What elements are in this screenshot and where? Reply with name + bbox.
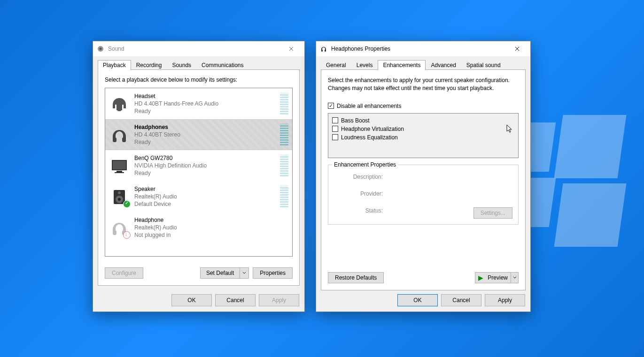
close-button[interactable] xyxy=(282,42,301,56)
ok-button[interactable]: OK xyxy=(171,294,212,306)
svg-rect-4 xyxy=(122,137,126,142)
status-label: Status: xyxy=(334,207,386,219)
sound-titlebar[interactable]: Sound xyxy=(93,41,304,56)
settings-button[interactable]: Settings... xyxy=(473,207,512,219)
apply-button[interactable]: Apply xyxy=(485,294,525,306)
headphones-icon xyxy=(109,217,130,238)
playback-instruction: Select a playback device below to modify… xyxy=(105,76,293,83)
enhancements-panel: Select the enhancements to apply for you… xyxy=(321,70,526,290)
svg-point-12 xyxy=(118,191,121,194)
device-headphones[interactable]: Headphones HD 4.40BT Stereo Ready xyxy=(105,119,292,150)
tab-levels[interactable]: Levels xyxy=(351,60,378,70)
level-meter xyxy=(280,93,288,114)
device-status: Ready xyxy=(134,138,280,146)
device-name: Headset xyxy=(134,92,280,100)
restore-defaults-button[interactable]: Restore Defaults xyxy=(328,272,384,283)
svg-rect-13 xyxy=(113,230,116,235)
speaker-box-icon xyxy=(109,186,130,207)
device-sub: Realtek(R) Audio xyxy=(134,224,288,231)
sound-tabs: Playback Recording Sounds Communications xyxy=(93,56,304,70)
unplugged-badge-icon xyxy=(123,231,131,239)
svg-rect-6 xyxy=(113,161,126,169)
bass-boost-checkbox[interactable]: Bass Boost xyxy=(332,116,514,125)
headset-icon xyxy=(109,93,130,114)
tab-advanced[interactable]: Advanced xyxy=(426,60,461,70)
device-status: Not plugged in xyxy=(134,231,288,239)
svg-rect-7 xyxy=(116,171,122,172)
svg-rect-8 xyxy=(115,172,124,173)
level-meter xyxy=(280,124,288,145)
enhancements-list[interactable]: Bass Boost Headphone Virtualization Loud… xyxy=(328,113,519,158)
device-list[interactable]: Headset HD 4.40BT Hands-Free AG Audio Re… xyxy=(105,88,293,257)
chevron-down-icon[interactable] xyxy=(511,273,518,283)
cancel-button[interactable]: Cancel xyxy=(441,294,481,306)
tab-general[interactable]: General xyxy=(321,60,351,70)
device-status: Ready xyxy=(134,107,280,115)
properties-button[interactable]: Properties xyxy=(253,267,293,279)
ok-button[interactable]: OK xyxy=(397,294,438,306)
svg-rect-3 xyxy=(113,137,116,142)
description-label: Description: xyxy=(334,174,386,180)
sound-dialog: Sound Playback Recording Sounds Communic… xyxy=(93,41,305,312)
close-button[interactable] xyxy=(508,42,527,56)
device-speaker[interactable]: Speaker Realtek(R) Audio Default Device xyxy=(105,181,292,212)
tab-communications[interactable]: Communications xyxy=(196,60,248,70)
svg-rect-15 xyxy=(321,50,323,52)
device-status: Ready xyxy=(134,169,280,177)
headphones-icon xyxy=(320,45,327,53)
device-status: Default Device xyxy=(134,200,280,208)
headphone-virtualization-checkbox[interactable]: Headphone Virtualization xyxy=(332,125,514,133)
level-meter xyxy=(280,155,288,176)
tab-playback[interactable]: Playback xyxy=(98,60,131,70)
svg-point-11 xyxy=(118,198,121,201)
cancel-button[interactable]: Cancel xyxy=(215,294,256,306)
tab-spatial-sound[interactable]: Spatial sound xyxy=(461,60,506,70)
chevron-down-icon[interactable] xyxy=(240,268,248,278)
svg-point-1 xyxy=(100,48,102,50)
device-monitor[interactable]: BenQ GW2780 NVIDIA High Definition Audio… xyxy=(105,150,292,181)
loudness-equalization-checkbox[interactable]: Loudness Equalization xyxy=(332,133,514,142)
device-name: Headphones xyxy=(134,123,280,131)
set-default-button[interactable]: Set Default xyxy=(200,267,249,279)
device-name: Headphone xyxy=(134,216,288,224)
headphones-properties-dialog: Headphones Properties General Levels Enh… xyxy=(316,41,531,312)
svg-rect-16 xyxy=(325,50,326,52)
tab-recording[interactable]: Recording xyxy=(131,60,167,70)
device-name: BenQ GW2780 xyxy=(134,154,280,162)
apply-button[interactable]: Apply xyxy=(259,294,299,306)
monitor-icon xyxy=(109,155,130,176)
playback-panel: Select a playback device below to modify… xyxy=(98,70,300,286)
speaker-icon xyxy=(97,45,104,53)
disable-all-enhancements-checkbox[interactable]: Disable all enhancements xyxy=(328,103,401,109)
enhancements-intro: Select the enhancements to apply for you… xyxy=(328,76,519,92)
enhancement-properties-group: Enhancement Properties Description: Prov… xyxy=(328,165,519,225)
device-sub: NVIDIA High Definition Audio xyxy=(134,162,280,169)
default-badge-icon xyxy=(123,200,131,208)
device-headphone-unplugged[interactable]: Headphone Realtek(R) Audio Not plugged i… xyxy=(105,212,292,243)
play-icon: ▶ xyxy=(478,274,485,281)
configure-button[interactable]: Configure xyxy=(105,267,143,279)
level-meter xyxy=(280,186,288,207)
device-name: Speaker xyxy=(134,185,280,193)
device-sub: Realtek(R) Audio xyxy=(134,193,280,200)
provider-label: Provider: xyxy=(334,190,386,197)
preview-button[interactable]: ▶ Preview xyxy=(475,272,519,283)
props-tabs: General Levels Enhancements Advanced Spa… xyxy=(316,56,530,70)
sound-title: Sound xyxy=(108,46,282,52)
tab-sounds[interactable]: Sounds xyxy=(167,60,196,70)
svg-rect-2 xyxy=(117,109,121,111)
device-sub: HD 4.40BT Hands-Free AG Audio xyxy=(134,100,280,107)
tab-enhancements[interactable]: Enhancements xyxy=(378,60,426,70)
device-sub: HD 4.40BT Stereo xyxy=(134,131,280,138)
headphones-icon xyxy=(109,124,130,145)
props-titlebar[interactable]: Headphones Properties xyxy=(316,41,530,56)
enhancement-properties-legend: Enhancement Properties xyxy=(332,161,398,168)
props-title: Headphones Properties xyxy=(331,46,508,52)
device-headset[interactable]: Headset HD 4.40BT Hands-Free AG Audio Re… xyxy=(105,88,292,119)
